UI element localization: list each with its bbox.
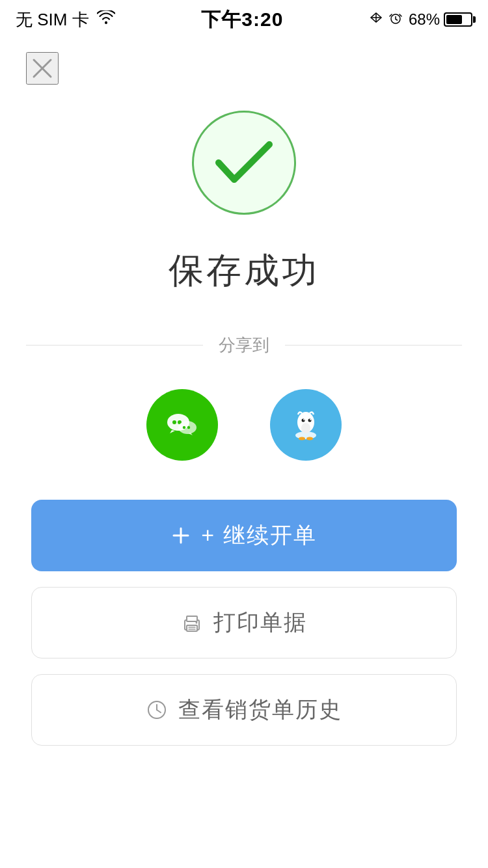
location-icon (370, 10, 383, 29)
svg-point-15 (308, 419, 312, 422)
divider-right (285, 345, 462, 346)
share-section: 分享到 (26, 334, 462, 461)
printer-icon (181, 612, 203, 634)
battery-indicator: 68% (409, 10, 472, 29)
continue-order-label: + 继续开单 (201, 521, 316, 550)
svg-point-8 (183, 426, 185, 429)
svg-point-19 (299, 437, 305, 441)
share-divider: 分享到 (26, 334, 462, 357)
close-button[interactable] (26, 52, 59, 85)
svg-line-31 (157, 710, 161, 712)
share-icons (26, 389, 462, 461)
svg-point-17 (310, 419, 311, 420)
print-button[interactable]: 打印单据 (31, 587, 457, 658)
svg-point-9 (187, 426, 190, 429)
qq-share-button[interactable] (270, 389, 342, 461)
svg-point-5 (172, 420, 176, 424)
svg-point-14 (302, 419, 305, 422)
alarm-icon (389, 10, 402, 29)
main-content: 保存成功 分享到 (0, 39, 488, 772)
clock-icon (146, 699, 168, 721)
share-label: 分享到 (203, 334, 285, 357)
svg-point-0 (105, 21, 107, 24)
status-left: 无 SIM 卡 (16, 8, 115, 31)
plus-icon (171, 526, 191, 545)
svg-rect-25 (187, 625, 197, 631)
action-buttons: + 继续开单 打印单据 (26, 500, 462, 746)
success-circle (192, 111, 296, 215)
history-button[interactable]: 查看销货单历史 (31, 674, 457, 746)
history-label: 查看销货单历史 (178, 695, 342, 725)
status-right: 68% (370, 10, 472, 29)
status-bar: 无 SIM 卡 下午3:20 (0, 0, 488, 39)
svg-point-28 (196, 622, 198, 624)
success-title: 保存成功 (169, 247, 319, 295)
battery-icon (444, 12, 472, 27)
svg-rect-24 (187, 616, 197, 621)
status-time: 下午3:20 (201, 7, 283, 33)
battery-percentage: 68% (409, 10, 440, 29)
svg-point-18 (301, 423, 310, 433)
no-sim-label: 无 SIM 卡 (16, 8, 89, 31)
svg-point-16 (303, 419, 305, 420)
wechat-share-button[interactable] (146, 389, 218, 461)
continue-order-button[interactable]: + 继续开单 (31, 500, 457, 571)
wifi-icon (97, 10, 115, 29)
success-section: 保存成功 (26, 111, 462, 295)
svg-point-20 (306, 437, 313, 441)
divider-left (26, 345, 203, 346)
print-label: 打印单据 (213, 608, 307, 638)
